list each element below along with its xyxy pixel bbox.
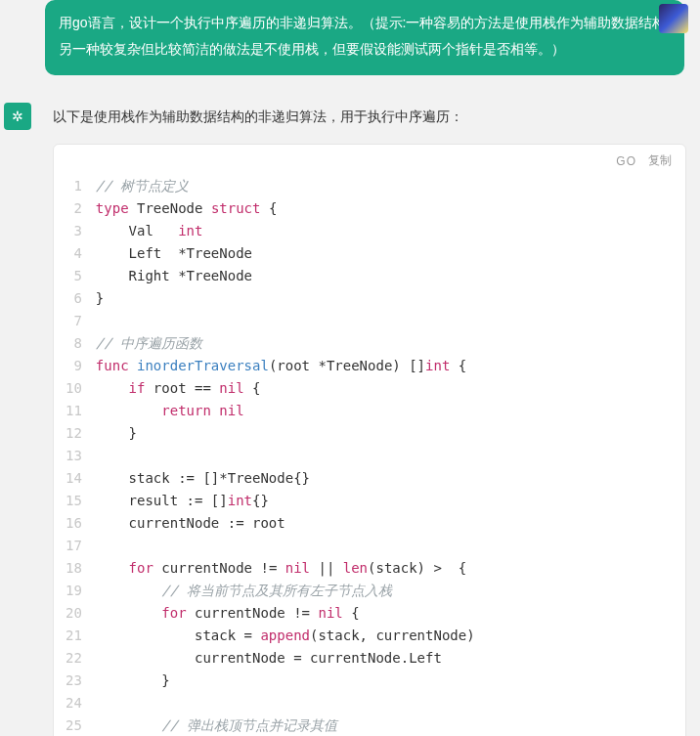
code-line: // 中序遍历函数 [96, 332, 475, 355]
code-line: stack := []*TreeNode{} [96, 467, 475, 490]
code-line: func inorderTraversal(root *TreeNode) []… [96, 355, 475, 377]
code-line: type TreeNode struct { [96, 197, 475, 220]
assistant-intro-text: 以下是使用栈作为辅助数据结构的非递归算法，用于执行中序遍历： [53, 108, 686, 126]
line-number: 10 [66, 377, 82, 400]
line-number: 2 [66, 197, 82, 220]
code-card: GO 复制 1234567891011121314151617181920212… [53, 144, 686, 736]
line-number: 24 [66, 692, 82, 714]
line-number: 14 [66, 467, 82, 490]
code-line: // 树节点定义 [96, 175, 475, 197]
assistant-avatar-icon: ✲ [4, 103, 31, 130]
code-content[interactable]: // 树节点定义type TreeNode struct { Val int L… [96, 175, 475, 736]
code-block: 1234567891011121314151617181920212223242… [54, 173, 685, 736]
code-line [96, 692, 475, 714]
code-line: Val int [96, 220, 475, 242]
line-number: 3 [66, 220, 82, 242]
line-number: 6 [66, 287, 82, 310]
line-number: 21 [66, 625, 82, 647]
line-number: 19 [66, 580, 82, 602]
code-line: for currentNode != nil { [96, 602, 475, 625]
line-number: 18 [66, 557, 82, 580]
assistant-body: 以下是使用栈作为辅助数据结构的非递归算法，用于执行中序遍历： GO 复制 123… [39, 103, 700, 736]
code-gutter: 1234567891011121314151617181920212223242… [66, 175, 96, 736]
code-line [96, 445, 475, 467]
assistant-row: ✲ 以下是使用栈作为辅助数据结构的非递归算法，用于执行中序遍历： GO 复制 1… [0, 103, 700, 736]
line-number: 11 [66, 400, 82, 422]
line-number: 17 [66, 535, 82, 557]
line-number: 5 [66, 265, 82, 287]
user-avatar [659, 4, 688, 33]
code-line: currentNode := root [96, 512, 475, 535]
code-language-label: GO [616, 154, 636, 168]
code-line: result := []int{} [96, 490, 475, 512]
line-number: 8 [66, 332, 82, 355]
code-line: // 弹出栈顶节点并记录其值 [96, 714, 475, 736]
line-number: 1 [66, 175, 82, 197]
line-number: 7 [66, 310, 82, 332]
code-line: for currentNode != nil || len(stack) > { [96, 557, 475, 580]
code-line: return nil [96, 400, 475, 422]
code-line: } [96, 670, 475, 692]
code-line: stack = append(stack, currentNode) [96, 625, 475, 647]
line-number: 9 [66, 355, 82, 377]
code-line: } [96, 287, 475, 310]
user-message-text: 用go语言，设计一个执行中序遍历的非递归算法。（提示:一种容易的方法是使用栈作为… [59, 15, 670, 57]
code-line: if root == nil { [96, 377, 475, 400]
line-number: 4 [66, 242, 82, 265]
line-number: 23 [66, 670, 82, 692]
code-line: Right *TreeNode [96, 265, 475, 287]
line-number: 12 [66, 422, 82, 445]
code-line [96, 535, 475, 557]
line-number: 22 [66, 647, 82, 670]
line-number: 13 [66, 445, 82, 467]
line-number: 20 [66, 602, 82, 625]
code-line: currentNode = currentNode.Left [96, 647, 475, 670]
code-header: GO 复制 [54, 145, 685, 173]
line-number: 15 [66, 490, 82, 512]
user-message-bubble: 用go语言，设计一个执行中序遍历的非递归算法。（提示:一种容易的方法是使用栈作为… [45, 0, 684, 75]
copy-button[interactable]: 复制 [648, 152, 672, 169]
code-line: Left *TreeNode [96, 242, 475, 265]
line-number: 25 [66, 714, 82, 736]
code-line: // 将当前节点及其所有左子节点入栈 [96, 580, 475, 602]
line-number: 16 [66, 512, 82, 535]
code-line: } [96, 422, 475, 445]
code-line [96, 310, 475, 332]
